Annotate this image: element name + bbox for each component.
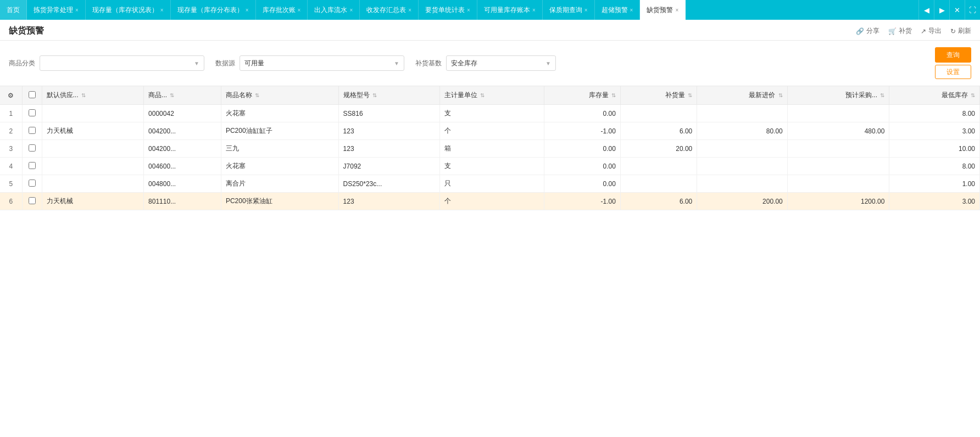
restock-base-select[interactable]: 安全库存 ▼ [446,55,556,71]
restock-base-select-value: 安全库存 [451,59,477,68]
row-checkbox[interactable] [29,197,36,204]
col-default-supplier[interactable]: 默认供应... ⇅ [42,86,144,105]
cell-restock_qty: 20.00 [620,140,697,158]
col-unit-sort-icon: ⇅ [480,92,485,98]
cell-min_stock: 3.00 [889,193,980,210]
export-icon: ↗ [921,27,926,35]
col-settings[interactable]: ⚙ [0,86,22,105]
tab-inout-flow-close[interactable]: × [349,7,353,13]
cell-est_purchase [787,105,889,122]
refresh-icon: ↻ [950,27,956,35]
row-num: 5 [0,175,22,193]
cell-spec: DS250*23c... [338,175,439,193]
table-row: 5004800...离合片DS250*23c...只0.001.00 [0,175,980,193]
cell-product_code: 004600... [144,158,221,175]
cell-restock_qty: 6.00 [620,122,697,140]
table-row: 3004200...三九123箱0.0020.0010.00 [0,140,980,158]
cell-restock_qty [620,105,697,122]
export-label: 导出 [928,26,942,36]
tab-shortage-warning[interactable]: 缺货预警 × [640,0,686,20]
tab-summary[interactable]: 收发存汇总表 × [360,0,419,20]
col-unit[interactable]: 主计量单位 ⇅ [439,86,544,105]
col-min-stock[interactable]: 最低库存 ⇅ [889,86,980,105]
nav-prev-button[interactable]: ◀ [918,0,934,20]
restock-action[interactable]: 🛒 补货 [888,26,912,36]
tab-home[interactable]: 首页 [0,0,27,20]
cell-latest_price [697,175,788,193]
refresh-label: 刷新 [958,26,971,36]
cell-spec: 123 [338,122,439,140]
query-button[interactable]: 查询 [935,47,971,63]
datasource-select-value: 可用量 [244,59,264,68]
col-min-stock-sort-icon: ⇅ [971,92,975,98]
filter-area: 商品分类 ▼ 数据源 可用量 ▼ 补货基数 安全库存 ▼ 查询 设置 [0,41,980,86]
tab-batch-account-close[interactable]: × [298,7,301,13]
row-num: 3 [0,140,22,158]
tab-expiry-query-close[interactable]: × [584,7,588,13]
tab-inout-flow[interactable]: 出入库流水 × [308,0,360,20]
tab-overstock-warning[interactable]: 超储预警 × [595,0,641,20]
tab-stock-status[interactable]: 现存量（库存状况表） × [86,0,171,20]
nav-fullscreen-button[interactable]: ⛶ [965,0,980,20]
cell-spec: SS816 [338,105,439,122]
col-stock[interactable]: 库存量 ⇅ [544,86,620,105]
row-checkbox-cell [22,105,42,122]
tab-overstock-warning-label: 超储预警 [602,5,628,15]
cell-unit: 支 [439,158,544,175]
table-container: ⚙ 默认供应... ⇅ 商品... ⇅ 商品名称 ⇅ [0,86,980,210]
cell-product_name: PC200油缸缸子 [221,122,338,140]
col-spec[interactable]: 规格型号 ⇅ [338,86,439,105]
cell-est_purchase [787,175,889,193]
page-title: 缺货预警 [9,25,44,37]
tab-order-stats-close[interactable]: × [467,7,470,13]
table-row: 4004600...火花塞J7092支0.008.00 [0,158,980,175]
col-unit-label: 主计量单位 [444,91,477,99]
row-checkbox-cell [22,158,42,175]
col-checkbox[interactable] [22,86,42,105]
row-checkbox[interactable] [29,109,36,116]
cell-est_purchase [787,140,889,158]
tab-stock-dist-close[interactable]: × [246,7,249,13]
tab-available-account[interactable]: 可用量库存账本 × [477,0,543,20]
table-row: 6力天机械801110...PC200张紧油缸123个-1.006.00200.… [0,193,980,210]
tab-overstock-warning-close[interactable]: × [630,7,633,13]
restock-base-filter-group: 补货基数 安全库存 ▼ [415,55,556,71]
tab-order-stats[interactable]: 要货单统计表 × [419,0,477,20]
row-checkbox[interactable] [29,180,36,187]
nav-next-button[interactable]: ▶ [934,0,949,20]
tab-stock-dist[interactable]: 现存量（库存分布表） × [171,0,256,20]
tab-shortage-warning-close[interactable]: × [675,7,678,13]
col-latest-price[interactable]: 最新进价 ⇅ [697,86,788,105]
category-filter-label: 商品分类 [9,59,35,68]
tab-pick-anomaly[interactable]: 拣货异常处理 × [27,0,86,20]
tab-expiry-query[interactable]: 保质期查询 × [543,0,595,20]
main-content: 缺货预警 🔗 分享 🛒 补货 ↗ 导出 ↻ 刷新 商品分类 [0,20,980,437]
col-product-name-label: 商品名称 [226,91,252,99]
export-action[interactable]: ↗ 导出 [921,26,942,36]
col-product-name[interactable]: 商品名称 ⇅ [221,86,338,105]
row-checkbox[interactable] [29,144,36,152]
select-all-checkbox[interactable] [29,91,36,98]
settings-button[interactable]: 设置 [935,65,971,79]
category-select[interactable]: ▼ [40,55,204,71]
refresh-action[interactable]: ↻ 刷新 [950,26,971,36]
nav-close-button[interactable]: ✕ [949,0,965,20]
col-restock-qty[interactable]: 补货量 ⇅ [620,86,697,105]
tab-available-account-close[interactable]: × [532,7,536,13]
col-restock-qty-label: 补货量 [665,91,685,99]
tab-summary-close[interactable]: × [408,7,411,13]
tab-batch-account[interactable]: 库存批次账 × [256,0,308,20]
datasource-select[interactable]: 可用量 ▼ [240,55,404,71]
tab-stock-status-close[interactable]: × [160,7,164,13]
col-spec-label: 规格型号 [343,91,370,99]
share-action[interactable]: 🔗 分享 [856,26,879,36]
tab-pick-anomaly-close[interactable]: × [75,7,79,13]
top-nav: 首页 拣货异常处理 × 现存量（库存状况表） × 现存量（库存分布表） × 库存… [0,0,980,20]
col-default-supplier-label: 默认供应... [47,91,79,99]
row-checkbox[interactable] [29,127,36,134]
cell-product_code: 004200... [144,122,221,140]
cell-unit: 支 [439,105,544,122]
row-checkbox[interactable] [29,162,36,169]
col-est-purchase[interactable]: 预计采购... ⇅ [787,86,889,105]
col-product-code[interactable]: 商品... ⇅ [144,86,221,105]
